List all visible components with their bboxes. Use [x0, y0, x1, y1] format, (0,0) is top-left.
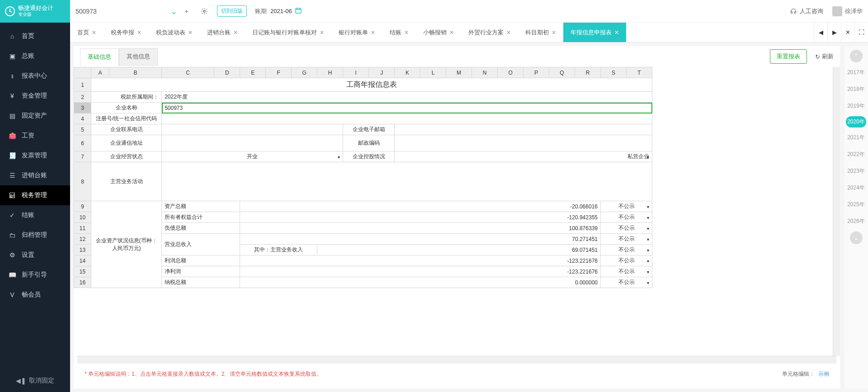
publish-select-11[interactable]: 不公示	[601, 223, 652, 234]
sidebar-item-6[interactable]: 🧾发票管理	[0, 146, 70, 165]
year-2021年[interactable]: 2021年	[844, 129, 868, 146]
val-12[interactable]: 70.271451	[240, 234, 601, 245]
row-4[interactable]: 4	[74, 113, 91, 124]
sheet-scroll[interactable]: ABCDEFGHIJKLMNOPQRST1工商年报信息表2税款所属期间：2022…	[74, 67, 833, 356]
year-2020年[interactable]: 2020年	[846, 116, 866, 128]
subtab-0[interactable]: 基础信息	[80, 48, 119, 66]
holding-select[interactable]: 私营企业	[395, 151, 652, 162]
company-selector[interactable]: 500973 ⌄	[75, 6, 177, 16]
col-T[interactable]: T	[626, 67, 652, 78]
zip-cell[interactable]	[395, 135, 652, 151]
close-icon[interactable]: ✕	[506, 29, 511, 36]
close-icon[interactable]: ✕	[188, 29, 193, 36]
sidebar-item-4[interactable]: ▤固定资产	[0, 106, 70, 126]
val-14[interactable]: -123.221676	[240, 255, 601, 266]
close-icon[interactable]: ✕	[449, 29, 454, 36]
publish-select-15[interactable]: 不公示	[601, 266, 652, 277]
tab-7[interactable]: 小畅报销✕	[416, 23, 461, 42]
row-15[interactable]: 15	[74, 266, 91, 277]
sidebar-item-13[interactable]: V畅会员	[0, 285, 70, 305]
publish-select-14[interactable]: 不公示	[601, 255, 652, 266]
row-8[interactable]: 8	[74, 162, 91, 201]
sidebar-item-10[interactable]: 🗀归档管理	[0, 225, 70, 245]
col-M[interactable]: M	[446, 67, 472, 78]
col-J[interactable]: J	[369, 67, 395, 78]
sheet-corner[interactable]	[74, 67, 91, 78]
sidebar-item-8[interactable]: 🗟税务管理	[0, 185, 70, 205]
col-R[interactable]: R	[575, 67, 601, 78]
unpin-sidebar-button[interactable]: ◀❚ 取消固定	[0, 369, 70, 392]
publish-select-10[interactable]: 不公示	[601, 212, 652, 223]
user-menu[interactable]: 徐泽华	[832, 6, 863, 16]
close-icon[interactable]: ✕	[92, 29, 96, 36]
sidebar-item-3[interactable]: ¥资金管理	[0, 86, 70, 106]
tab-close-all[interactable]: ✕	[841, 23, 854, 42]
col-Q[interactable]: Q	[549, 67, 575, 78]
spreadsheet[interactable]: ABCDEFGHIJKLMNOPQRST1工商年报信息表2税款所属期间：2022…	[74, 67, 652, 288]
tab-4[interactable]: 日记账与银行对账单核对✕	[245, 23, 331, 42]
row-12[interactable]: 12	[74, 234, 91, 245]
row-11[interactable]: 11	[74, 223, 91, 234]
year-2024年[interactable]: 2024年	[844, 179, 868, 196]
row-2[interactable]: 2	[74, 92, 91, 103]
close-icon[interactable]: ✕	[614, 29, 619, 36]
switch-old-version-button[interactable]: 切到旧版	[217, 5, 247, 17]
sidebar-item-5[interactable]: 👛工资	[0, 126, 70, 146]
tab-6[interactable]: 结账✕	[382, 23, 416, 42]
sidebar-item-9[interactable]: ✓结账	[0, 205, 70, 225]
col-D[interactable]: D	[214, 67, 240, 78]
close-icon[interactable]: ✕	[371, 29, 375, 36]
col-S[interactable]: S	[601, 67, 627, 78]
col-E[interactable]: E	[240, 67, 266, 78]
refresh-button[interactable]: ↻ 刷新	[815, 52, 834, 61]
address-cell[interactable]	[162, 135, 343, 151]
main-business-cell[interactable]	[162, 162, 652, 201]
sidebar-item-11[interactable]: ⚙设置	[0, 245, 70, 265]
col-L[interactable]: L	[420, 67, 446, 78]
manual-consult-button[interactable]: 人工咨询	[790, 7, 823, 15]
col-P[interactable]: P	[524, 67, 549, 78]
close-icon[interactable]: ✕	[552, 29, 556, 36]
sidebar-item-7[interactable]: ☰进销台账	[0, 165, 70, 185]
tab-2[interactable]: 税负波动表✕	[149, 23, 200, 42]
row-14[interactable]: 14	[74, 255, 91, 266]
reg-code-cell[interactable]	[162, 113, 652, 124]
period-value-cell[interactable]: 2022年度	[162, 92, 652, 103]
close-icon[interactable]: ✕	[233, 29, 238, 36]
col-O[interactable]: O	[498, 67, 524, 78]
row-5[interactable]: 5	[74, 124, 91, 135]
val-15[interactable]: -123.221676	[240, 266, 601, 277]
row-7[interactable]: 7	[74, 151, 91, 162]
sidebar-item-2[interactable]: ⫾报表中心	[0, 66, 70, 86]
publish-select-13[interactable]: 不公示	[601, 245, 652, 255]
row-6[interactable]: 6	[74, 135, 91, 151]
row-10[interactable]: 10	[74, 212, 91, 223]
col-H[interactable]: H	[317, 67, 343, 78]
col-I[interactable]: I	[343, 67, 369, 78]
email-cell[interactable]	[395, 124, 652, 135]
row-1[interactable]: 1	[74, 78, 91, 92]
val-13[interactable]: 69.071451	[317, 245, 601, 255]
col-F[interactable]: F	[266, 67, 292, 78]
subtab-1[interactable]: 其他信息	[119, 48, 158, 66]
year-2023年[interactable]: 2023年	[844, 163, 868, 179]
tab-5[interactable]: 银行对账单✕	[331, 23, 382, 42]
year-scroll-up[interactable]: ⌃	[850, 50, 863, 62]
close-icon[interactable]: ✕	[137, 29, 142, 36]
col-N[interactable]: N	[472, 67, 498, 78]
tab-0[interactable]: 首页✕	[70, 23, 104, 42]
year-2019年[interactable]: 2019年	[844, 98, 868, 114]
sidebar-item-0[interactable]: ⌂首页	[0, 26, 70, 46]
tab-fullscreen[interactable]: ⛶	[854, 23, 868, 42]
horizontal-scrollbar[interactable]	[77, 356, 836, 363]
col-G[interactable]: G	[292, 67, 317, 78]
publish-select-12[interactable]: 不公示	[601, 234, 652, 245]
rebuild-report-button[interactable]: 重置报表	[770, 49, 807, 64]
tab-9[interactable]: 科目期初✕	[518, 23, 563, 42]
publish-select-9[interactable]: 不公示	[601, 201, 652, 212]
sidebar-item-12[interactable]: 📖新手引导	[0, 265, 70, 285]
company-name-cell[interactable]: 500973	[162, 103, 652, 113]
year-2017年[interactable]: 2017年	[844, 64, 868, 81]
val-16[interactable]: 0.000000	[240, 277, 601, 288]
example-link[interactable]: 示例	[818, 370, 829, 378]
